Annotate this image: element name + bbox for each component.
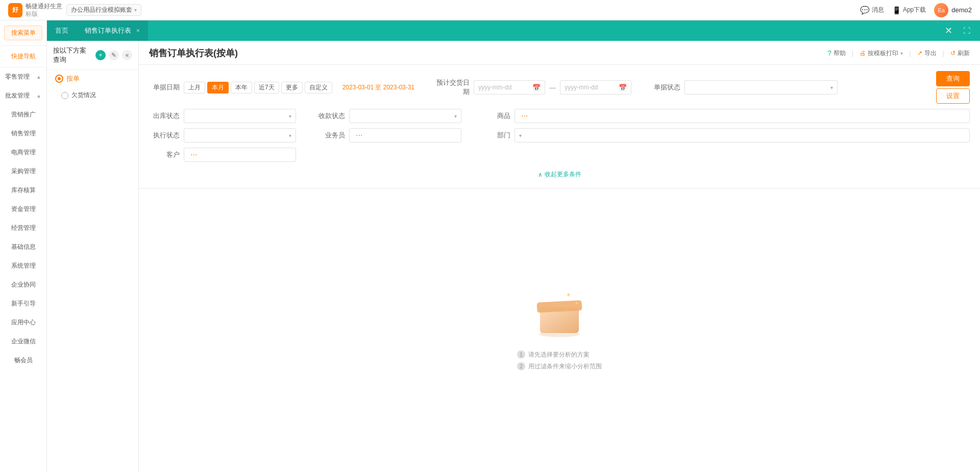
sub-item-icon [61, 92, 68, 99]
add-scheme-button[interactable]: + [95, 50, 106, 60]
help-button[interactable]: ? 帮助 [827, 49, 846, 58]
tab-home[interactable]: 首页 [47, 20, 77, 41]
sidebar-search: 搜索菜单 [0, 20, 46, 46]
content-area: 按以下方案查询 + ✎ « 按单 欠货情况 [47, 41, 980, 472]
page-title: 销售订单执行表(按单) [149, 47, 238, 59]
query-btn-group: 查询 设置 [936, 71, 970, 104]
chevron-up-icon: ∧ [538, 171, 543, 178]
sidebar-item-finance[interactable]: 资金管理 [0, 200, 46, 219]
tab-close-button[interactable]: × [136, 27, 140, 34]
scheme-item-by-order[interactable]: 按单 [47, 70, 138, 87]
collapse-panel-button[interactable]: « [122, 50, 132, 60]
date-btn-custom[interactable]: 自定义 [305, 82, 332, 93]
svg-text:✦: ✦ [575, 300, 579, 306]
message-button[interactable]: 💬 消息 [860, 6, 884, 15]
tab-bar: 首页 销售订单执行表 × ✕ ⛶ [47, 20, 980, 41]
sidebar-item-operations[interactable]: 经营管理 [0, 219, 46, 238]
chevron-down-icon: ▾ [830, 85, 833, 90]
left-panel-header: 按以下方案查询 + ✎ « [47, 41, 138, 70]
sidebar-item-marketing[interactable]: 营销推广 [0, 105, 46, 124]
sub-item-shortage[interactable]: 欠货情况 [47, 87, 138, 103]
sidebar: 搜索菜单 快捷导航 零售管理 ▲ 批发管理 ▲ 营销推广 销售管理 电商管理 采… [0, 20, 47, 472]
quick-nav-button[interactable]: 快捷导航 [0, 49, 46, 64]
stock-status-select[interactable]: ▾ [184, 109, 296, 123]
chevron-down-icon: ▾ [289, 133, 291, 138]
topbar-left: 好 畅捷通好生意 标版 办公用品行业模拟账套 ▾ [8, 3, 141, 17]
sidebar-item-app-center[interactable]: 应用中心 [0, 313, 46, 332]
page-header: 销售订单执行表(按单) ? 帮助 | 🖨 按模板打印 ▾ [139, 41, 980, 65]
customer-label: 客户 [149, 150, 180, 159]
print-button[interactable]: 🖨 按模板打印 ▾ [860, 49, 903, 58]
sidebar-item-system[interactable]: 系统管理 [0, 256, 46, 275]
app-selector[interactable]: 办公用品行业模拟账套 ▾ [66, 4, 141, 16]
empty-hint-2: 2 用过滤条件来缩小分析范围 [517, 362, 602, 371]
sidebar-item-sales[interactable]: 销售管理 [0, 124, 46, 143]
sidebar-item-wholesale[interactable]: 批发管理 ▲ [0, 86, 46, 105]
collapse-button[interactable]: ∧ 收起更多条件 [149, 170, 970, 179]
refresh-button[interactable]: ↺ 刷新 [950, 49, 970, 58]
date-btn-more[interactable]: 更多 [281, 82, 303, 93]
chevron-down-icon: ▾ [134, 7, 137, 13]
stock-status-label: 出库状态 [149, 111, 180, 121]
dept-select[interactable]: ▾ [514, 128, 970, 143]
sidebar-item-purchase[interactable]: 采购管理 [0, 162, 46, 181]
date-btn-this-month[interactable]: 本月 [207, 82, 229, 93]
date-label: 单据日期 [149, 83, 180, 92]
empty-hint-1: 1 请先选择要分析的方案 [517, 350, 602, 359]
sidebar-item-wechat[interactable]: 企业微信 [0, 332, 46, 351]
message-icon: 💬 [860, 6, 870, 15]
sidebar-item-retail[interactable]: 零售管理 ▲ [0, 67, 46, 86]
export-icon: ↗ [917, 50, 922, 57]
app-download-button[interactable]: 📱 App下载 [892, 6, 926, 14]
print-chevron-icon: ▾ [900, 51, 903, 56]
empty-hints: 1 请先选择要分析的方案 2 用过滤条件来缩小分析范围 [517, 350, 602, 374]
download-icon: 📱 [892, 6, 901, 14]
query-button[interactable]: 查询 [936, 71, 970, 86]
date-btn-this-year[interactable]: 本年 [231, 82, 252, 93]
exec-status-label: 执行状态 [149, 131, 180, 140]
sidebar-item-inventory[interactable]: 库存核算 [0, 181, 46, 200]
window-close-button[interactable]: ✕ [941, 23, 955, 38]
date-range-display: 2023-03-01 至 2023-03-31 [342, 83, 414, 92]
customer-input[interactable]: ··· [184, 148, 296, 162]
chevron-down-icon: ▾ [454, 113, 457, 119]
sidebar-item-guide[interactable]: 新手引导 [0, 294, 46, 313]
expected-date-label: 预计交货日期 [433, 78, 470, 97]
left-panel: 按以下方案查询 + ✎ « 按单 欠货情况 [47, 41, 139, 472]
settings-button[interactable]: 设置 [936, 88, 970, 104]
date-btn-7days[interactable]: 近7天 [254, 82, 279, 93]
receipt-status-select[interactable]: ▾ [349, 109, 461, 123]
exec-status-select[interactable]: ▾ [184, 128, 296, 143]
right-area: 首页 销售订单执行表 × ✕ ⛶ 按以下方案查询 + ✎ « [47, 20, 980, 472]
sidebar-item-basics[interactable]: 基础信息 [0, 238, 46, 256]
product-label: 商品 [480, 111, 510, 121]
receipt-status-label: 收款状态 [314, 111, 345, 121]
search-menu-button[interactable]: 搜索菜单 [4, 26, 42, 40]
salesperson-dots-icon: ··· [356, 131, 362, 140]
table-area: ✦ ✦ [139, 188, 980, 472]
date-btn-last-month[interactable]: 上月 [184, 82, 205, 93]
sidebar-item-ecommerce[interactable]: 电商管理 [0, 143, 46, 162]
sidebar-item-member[interactable]: 畅会员 [0, 351, 46, 370]
filter-row-2: 出库状态 ▾ 收款状态 ▾ [149, 109, 970, 123]
user-area[interactable]: Ea demo2 [934, 3, 972, 17]
expected-date-end[interactable]: yyyy-mm-dd 📅 [560, 80, 631, 95]
calendar-icon: 📅 [532, 84, 541, 91]
product-input[interactable]: ··· [514, 109, 970, 123]
expected-date-start[interactable]: yyyy-mm-dd 📅 [474, 80, 545, 95]
export-button[interactable]: ↗ 导出 [917, 49, 937, 58]
filter-row-1: 单据日期 上月 本月 本年 近7天 更多 自定义 2023-03-01 至 20… [149, 71, 970, 104]
salesperson-input[interactable]: ··· [349, 128, 461, 143]
doc-status-select[interactable]: ▾ [684, 80, 838, 95]
logo-icon: 好 [8, 3, 22, 17]
chevron-down-icon: ▾ [289, 113, 291, 119]
empty-state: ✦ ✦ [517, 287, 602, 374]
user-name[interactable]: demo2 [951, 6, 972, 14]
empty-illustration: ✦ ✦ [529, 287, 590, 338]
tab-sales-exec[interactable]: 销售订单执行表 × [77, 20, 148, 41]
quick-nav-section: 快捷导航 [0, 46, 46, 67]
date-buttons: 上月 本月 本年 近7天 更多 自定义 [184, 82, 332, 93]
window-expand-button[interactable]: ⛶ [960, 23, 974, 38]
edit-scheme-button[interactable]: ✎ [109, 50, 119, 60]
sidebar-item-collab[interactable]: 企业协同 [0, 275, 46, 294]
